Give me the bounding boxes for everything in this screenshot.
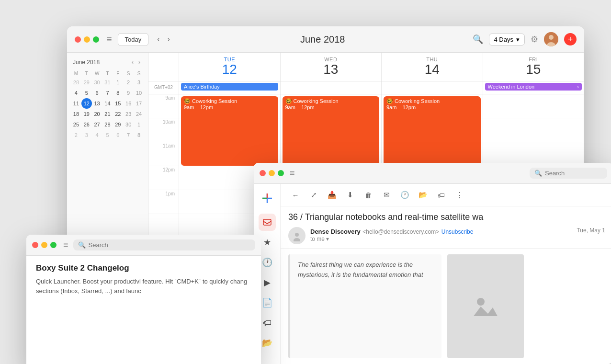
day-num-14: 14 bbox=[384, 62, 481, 77]
mini-day[interactable]: 4 bbox=[71, 88, 81, 98]
email-close-button[interactable] bbox=[260, 170, 266, 176]
mini-day[interactable]: 3 bbox=[81, 130, 92, 140]
mini-day[interactable]: 3 bbox=[134, 77, 144, 88]
minimize-button[interactable] bbox=[84, 36, 90, 43]
settings-button[interactable]: ⚙ bbox=[531, 34, 538, 45]
sidebar-inbox-icon[interactable] bbox=[259, 214, 276, 231]
notes-close-button[interactable] bbox=[32, 242, 38, 248]
mini-day[interactable]: 17 bbox=[134, 98, 144, 109]
maximize-button[interactable] bbox=[93, 36, 99, 43]
mini-day[interactable]: 2 bbox=[71, 130, 81, 140]
email-search-bar[interactable]: 🔍 bbox=[530, 168, 607, 179]
mini-prev-arrow[interactable]: ‹ bbox=[130, 58, 136, 66]
mini-day[interactable]: 14 bbox=[102, 98, 113, 109]
back-button[interactable]: ← bbox=[288, 188, 303, 202]
close-button[interactable] bbox=[75, 36, 81, 43]
mini-day[interactable]: 10 bbox=[134, 88, 144, 98]
coworking-event-thu[interactable]: 🤓 Coworking Session 9am – 12pm bbox=[384, 96, 481, 166]
coworking-event-tue[interactable]: 🤓 Coworking Session 9am – 12pm bbox=[181, 96, 278, 166]
mini-day[interactable]: 31 bbox=[102, 77, 113, 88]
spam-button[interactable]: ⬇ bbox=[343, 188, 357, 202]
mini-day[interactable]: 2 bbox=[123, 77, 134, 88]
all-day-cell-thu[interactable] bbox=[382, 81, 483, 94]
mini-day[interactable]: 19 bbox=[81, 109, 92, 119]
mini-day[interactable]: 5 bbox=[81, 88, 92, 98]
mini-day[interactable]: 11 bbox=[71, 98, 81, 109]
mini-day[interactable]: 1 bbox=[134, 119, 144, 130]
mini-day[interactable]: 29 bbox=[113, 119, 123, 130]
mini-day[interactable]: 9 bbox=[123, 88, 134, 98]
search-button[interactable]: 🔍 bbox=[473, 34, 483, 45]
mini-day[interactable]: 25 bbox=[71, 119, 81, 130]
mini-day[interactable]: 5 bbox=[102, 130, 113, 140]
next-arrow[interactable]: › bbox=[165, 34, 173, 45]
view-label: 4 Days bbox=[494, 36, 513, 43]
notes-search-input[interactable] bbox=[89, 241, 250, 249]
mini-day[interactable]: 22 bbox=[113, 109, 123, 119]
mini-day[interactable]: 28 bbox=[102, 119, 113, 130]
mini-day[interactable]: 6 bbox=[92, 88, 102, 98]
event-title: 🤓 Coworking Session bbox=[184, 98, 275, 104]
mini-day[interactable]: 20 bbox=[92, 109, 102, 119]
prev-arrow[interactable]: ‹ bbox=[154, 34, 162, 45]
all-day-cell-wed[interactable] bbox=[281, 81, 382, 94]
delete-button[interactable]: 🗑 bbox=[361, 188, 375, 202]
mini-day[interactable]: 28 bbox=[71, 77, 81, 88]
notes-maximize-button[interactable] bbox=[50, 242, 57, 248]
search-input[interactable] bbox=[545, 170, 602, 177]
email-image bbox=[447, 254, 524, 358]
mini-next-arrow[interactable]: › bbox=[136, 58, 142, 66]
mini-day[interactable]: 15 bbox=[113, 98, 123, 109]
mark-read-button[interactable]: ✉ bbox=[379, 188, 394, 202]
add-button[interactable]: + bbox=[564, 33, 577, 46]
mini-day[interactable]: 4 bbox=[92, 130, 102, 140]
email-minimize-button[interactable] bbox=[269, 170, 275, 176]
weekend-london-event[interactable]: Weekend in London › bbox=[485, 83, 582, 91]
day-header-thu: T bbox=[102, 70, 113, 77]
to-me-label[interactable]: to me ▾ bbox=[310, 236, 572, 242]
mini-day[interactable]: 23 bbox=[123, 109, 134, 119]
avatar-button[interactable] bbox=[544, 32, 558, 46]
notes-minimize-button[interactable] bbox=[41, 242, 47, 248]
notes-window: ≡ 🔍 Boxy Suite 2 Changelog Quick Launche… bbox=[26, 235, 261, 364]
mini-day[interactable]: 1 bbox=[113, 77, 123, 88]
more-button[interactable]: ⋮ bbox=[452, 188, 466, 202]
notes-search-bar[interactable]: 🔍 bbox=[73, 239, 255, 250]
notes-hamburger-icon[interactable]: ≡ bbox=[63, 240, 68, 250]
email-maximize-button[interactable] bbox=[278, 170, 284, 176]
all-day-cell-fri[interactable]: Weekend in London › bbox=[483, 81, 585, 94]
mini-day[interactable]: 13 bbox=[92, 98, 102, 109]
label-button[interactable]: 🏷 bbox=[434, 188, 448, 202]
mini-day[interactable]: 16 bbox=[123, 98, 134, 109]
mini-day[interactable]: 7 bbox=[102, 88, 113, 98]
mini-day[interactable]: 26 bbox=[81, 119, 92, 130]
mini-day[interactable]: 24 bbox=[134, 109, 144, 119]
mini-day[interactable]: 30 bbox=[123, 119, 134, 130]
sender-avatar bbox=[288, 227, 306, 244]
coworking-event-wed[interactable]: 🤓 Coworking Session 9am – 12pm bbox=[283, 96, 380, 166]
archive-button[interactable]: 📥 bbox=[325, 188, 339, 202]
unsubscribe-link[interactable]: Unsubscribe bbox=[441, 228, 474, 235]
add-icon: + bbox=[564, 33, 577, 46]
expand-button[interactable]: ⤢ bbox=[306, 188, 321, 202]
mini-day[interactable]: 18 bbox=[71, 109, 81, 119]
mini-day[interactable]: 6 bbox=[113, 130, 123, 140]
mini-day[interactable]: 21 bbox=[102, 109, 113, 119]
mini-day[interactable]: 27 bbox=[92, 119, 102, 130]
mini-day[interactable]: 29 bbox=[81, 77, 92, 88]
alice-birthday-event[interactable]: Alice's Birthday bbox=[181, 83, 278, 91]
mini-day[interactable]: 30 bbox=[92, 77, 102, 88]
view-selector[interactable]: 4 Days ▾ bbox=[489, 34, 525, 46]
hamburger-icon[interactable]: ≡ bbox=[107, 34, 112, 45]
mini-day-today[interactable]: 12 bbox=[81, 98, 92, 109]
mini-day[interactable]: 7 bbox=[123, 130, 134, 140]
mini-day[interactable]: 8 bbox=[113, 88, 123, 98]
snooze-button[interactable]: 🕐 bbox=[397, 188, 412, 202]
all-day-cell-tue[interactable]: Alice's Birthday bbox=[179, 81, 281, 94]
gmail-compose-button[interactable] bbox=[259, 190, 276, 207]
mini-day[interactable]: 8 bbox=[134, 130, 144, 140]
time-slot-12pm: 12pm bbox=[148, 166, 179, 190]
today-button[interactable]: Today bbox=[118, 33, 149, 46]
email-hamburger-icon[interactable]: ≡ bbox=[290, 168, 295, 178]
move-button[interactable]: 📂 bbox=[416, 188, 430, 202]
